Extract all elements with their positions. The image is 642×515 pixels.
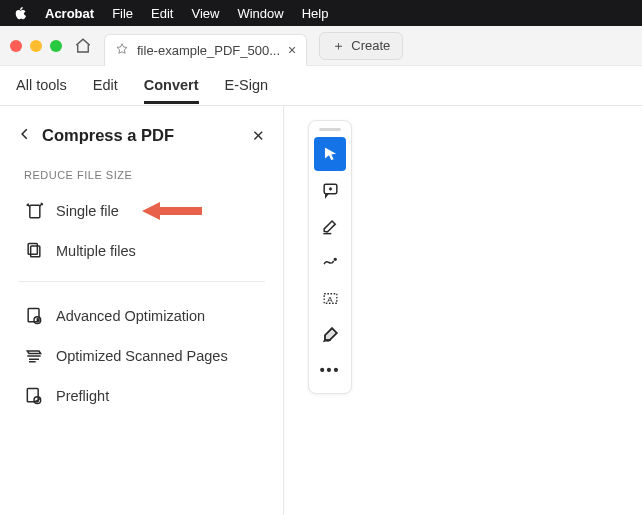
star-icon [115,42,129,59]
advanced-opt-icon [24,306,44,326]
single-file-item[interactable]: Single file [16,191,267,231]
multiple-files-item[interactable]: Multiple files [16,231,267,271]
more-tools[interactable]: ••• [314,353,346,387]
tab-title: file-example_PDF_500... [137,43,280,58]
svg-rect-2 [31,246,40,257]
mac-menubar: Acrobat File Edit View Window Help [0,0,642,26]
app-body: Compress a PDF ✕ REDUCE FILE SIZE Single… [0,106,642,515]
preflight-item[interactable]: Preflight [16,376,267,416]
home-button[interactable] [74,37,92,55]
multiple-files-label: Multiple files [56,243,136,259]
app-name[interactable]: Acrobat [45,6,94,21]
preflight-icon [24,386,44,406]
tab-close-icon[interactable]: × [288,42,296,58]
document-tab[interactable]: file-example_PDF_500... × [104,34,307,66]
compress-panel: Compress a PDF ✕ REDUCE FILE SIZE Single… [0,106,284,515]
advanced-optimization-label: Advanced Optimization [56,308,205,324]
nav-all-tools[interactable]: All tools [16,77,67,95]
menu-view[interactable]: View [191,6,219,21]
draw-tool[interactable] [314,245,346,279]
main-nav: All tools Edit Convert E-Sign [0,66,642,106]
document-stage: A ••• [284,106,642,515]
advanced-optimization-item[interactable]: Advanced Optimization [16,296,267,336]
apple-logo-icon [14,7,27,20]
svg-rect-0 [30,205,40,218]
svg-marker-1 [142,202,202,220]
plus-icon: ＋ [332,37,345,55]
panel-close-button[interactable]: ✕ [252,127,265,145]
comment-tool[interactable] [314,173,346,207]
menu-file[interactable]: File [112,6,133,21]
textbox-tool[interactable]: A [314,281,346,315]
select-tool[interactable] [314,137,346,171]
single-file-label: Single file [56,203,119,219]
window-header: file-example_PDF_500... × ＋ Create [0,26,642,66]
scanned-pages-icon [24,346,44,366]
panel-divider [18,281,265,282]
svg-text:A: A [327,294,333,303]
traffic-lights [10,40,62,52]
close-window-button[interactable] [10,40,22,52]
preflight-label: Preflight [56,388,109,404]
back-button[interactable] [18,127,32,145]
nav-convert[interactable]: Convert [144,77,199,104]
callout-arrow-icon [142,200,202,222]
svg-rect-3 [28,244,37,255]
menu-edit[interactable]: Edit [151,6,173,21]
nav-edit[interactable]: Edit [93,77,118,95]
optimized-scanned-item[interactable]: Optimized Scanned Pages [16,336,267,376]
zoom-window-button[interactable] [50,40,62,52]
highlight-tool[interactable] [314,209,346,243]
create-button[interactable]: ＋ Create [319,32,403,60]
sign-tool[interactable] [314,317,346,351]
single-file-icon [24,201,44,221]
svg-rect-6 [27,389,38,402]
svg-point-9 [334,258,336,260]
panel-title: Compress a PDF [42,126,242,145]
optimized-scanned-label: Optimized Scanned Pages [56,348,228,364]
menu-help[interactable]: Help [302,6,329,21]
create-label: Create [351,38,390,53]
floating-toolbar[interactable]: A ••• [308,120,352,394]
nav-esign[interactable]: E-Sign [225,77,269,95]
toolbar-grip-icon[interactable] [319,128,341,131]
section-label: REDUCE FILE SIZE [10,163,273,191]
minimize-window-button[interactable] [30,40,42,52]
menu-window[interactable]: Window [237,6,283,21]
multiple-files-icon [24,241,44,261]
